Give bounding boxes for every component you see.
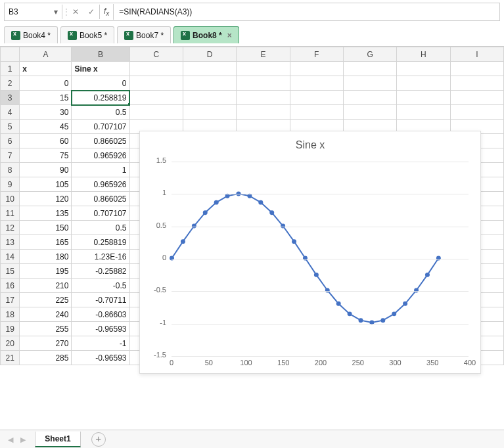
cell[interactable]: 0.965926 bbox=[72, 148, 129, 163]
cell[interactable]: -0.86603 bbox=[72, 307, 129, 322]
cell[interactable]: 195 bbox=[20, 264, 72, 279]
cell[interactable] bbox=[183, 91, 236, 105]
cell[interactable]: 75 bbox=[20, 148, 72, 163]
cell[interactable]: 0 bbox=[72, 76, 129, 91]
cell[interactable] bbox=[343, 91, 396, 105]
row-header[interactable]: 13 bbox=[1, 235, 20, 250]
formula-input[interactable]: =SIN(RADIANS(A3)) bbox=[114, 5, 499, 19]
cell[interactable]: 0.258819 bbox=[72, 235, 129, 250]
column-header[interactable]: C bbox=[129, 47, 183, 62]
sheet-nav-next-icon[interactable]: ▶ bbox=[18, 436, 28, 443]
row-header[interactable]: 15 bbox=[1, 264, 20, 279]
cell[interactable]: x bbox=[20, 62, 72, 76]
name-box[interactable]: B3 ▾ bbox=[5, 5, 62, 19]
name-box-dropdown-icon[interactable]: ▾ bbox=[54, 7, 58, 16]
row-header[interactable]: 9 bbox=[1, 177, 20, 192]
cell[interactable]: 30 bbox=[20, 105, 72, 120]
cell[interactable]: 1 bbox=[72, 163, 129, 177]
cell[interactable] bbox=[129, 62, 183, 76]
cell[interactable]: 0.5 bbox=[72, 221, 129, 235]
cell[interactable] bbox=[450, 105, 503, 120]
cell[interactable]: 165 bbox=[20, 235, 72, 250]
cell[interactable]: 240 bbox=[20, 307, 72, 322]
cell[interactable]: 255 bbox=[20, 322, 72, 336]
row-header[interactable]: 16 bbox=[1, 279, 20, 293]
cell[interactable]: 105 bbox=[20, 177, 72, 192]
column-header[interactable]: D bbox=[183, 47, 236, 62]
column-header[interactable]: E bbox=[237, 47, 290, 62]
row-header[interactable]: 2 bbox=[1, 76, 20, 91]
row-header[interactable]: 19 bbox=[1, 322, 20, 336]
workbook-tab[interactable]: Book4 * bbox=[4, 26, 58, 43]
cell[interactable]: 225 bbox=[20, 293, 72, 307]
column-header[interactable]: H bbox=[397, 47, 450, 62]
cell[interactable] bbox=[450, 91, 503, 105]
cell[interactable]: -0.5 bbox=[72, 279, 129, 293]
fx-icon[interactable]: fx bbox=[100, 4, 114, 20]
cell[interactable]: 285 bbox=[20, 351, 72, 365]
cell[interactable] bbox=[237, 105, 290, 120]
add-sheet-button[interactable]: + bbox=[91, 432, 106, 447]
cell[interactable]: 0 bbox=[20, 76, 72, 91]
cell[interactable] bbox=[129, 76, 183, 91]
cell[interactable] bbox=[397, 91, 450, 105]
cell[interactable]: 1.23E-16 bbox=[72, 250, 129, 264]
workbook-tab[interactable]: Book7 * bbox=[117, 26, 171, 43]
cell[interactable] bbox=[129, 91, 183, 105]
sheet-tab[interactable]: Sheet1 bbox=[35, 432, 80, 447]
cell[interactable] bbox=[183, 105, 236, 120]
row-header[interactable]: 1 bbox=[1, 62, 20, 76]
cell[interactable] bbox=[450, 62, 503, 76]
row-header[interactable]: 3 bbox=[1, 91, 20, 105]
cell[interactable]: 90 bbox=[20, 163, 72, 177]
enter-icon[interactable]: ✓ bbox=[83, 5, 99, 19]
row-header[interactable]: 17 bbox=[1, 293, 20, 307]
cell[interactable] bbox=[290, 76, 343, 91]
workbook-tab[interactable]: Book5 * bbox=[60, 26, 114, 43]
close-icon[interactable]: × bbox=[227, 31, 232, 40]
cell[interactable]: 0.866025 bbox=[72, 192, 129, 206]
row-header[interactable]: 11 bbox=[1, 206, 20, 221]
cell[interactable] bbox=[237, 91, 290, 105]
column-header[interactable]: I bbox=[450, 47, 503, 62]
column-header[interactable]: B bbox=[72, 47, 129, 62]
cell[interactable]: 150 bbox=[20, 221, 72, 235]
cell[interactable] bbox=[290, 91, 343, 105]
row-header[interactable]: 5 bbox=[1, 120, 20, 134]
cell[interactable] bbox=[290, 105, 343, 120]
cell[interactable] bbox=[183, 76, 236, 91]
row-header[interactable]: 18 bbox=[1, 307, 20, 322]
cell[interactable] bbox=[237, 62, 290, 76]
cell[interactable] bbox=[343, 62, 396, 76]
row-header[interactable]: 10 bbox=[1, 192, 20, 206]
spreadsheet-grid[interactable]: ABCDEFGHI1xSine x2003150.2588194300.5545… bbox=[0, 46, 504, 365]
cell[interactable]: -0.70711 bbox=[72, 293, 129, 307]
sheet-nav-prev-icon[interactable]: ◀ bbox=[5, 436, 16, 443]
cell[interactable]: 15 bbox=[20, 91, 72, 105]
cell[interactable]: 0.707107 bbox=[72, 206, 129, 221]
row-header[interactable]: 6 bbox=[1, 134, 20, 148]
cell[interactable]: -1 bbox=[72, 336, 129, 351]
cell[interactable]: 0.258819 bbox=[72, 91, 129, 105]
cell[interactable] bbox=[397, 76, 450, 91]
cell[interactable]: 0.965926 bbox=[72, 177, 129, 192]
cell[interactable] bbox=[183, 62, 236, 76]
cell[interactable]: Sine x bbox=[72, 62, 129, 76]
cell[interactable] bbox=[450, 76, 503, 91]
column-header[interactable]: G bbox=[343, 47, 396, 62]
sheet-nav[interactable]: ◀ ▶ bbox=[5, 435, 28, 444]
cell[interactable] bbox=[397, 62, 450, 76]
cell[interactable]: -0.96593 bbox=[72, 322, 129, 336]
cell[interactable] bbox=[397, 105, 450, 120]
cell[interactable] bbox=[343, 105, 396, 120]
cell[interactable] bbox=[343, 76, 396, 91]
cell[interactable]: 135 bbox=[20, 206, 72, 221]
row-header[interactable]: 20 bbox=[1, 336, 20, 351]
row-header[interactable]: 8 bbox=[1, 163, 20, 177]
cell[interactable]: -0.96593 bbox=[72, 351, 129, 365]
select-all-corner[interactable] bbox=[1, 47, 20, 62]
cell[interactable]: 60 bbox=[20, 134, 72, 148]
cell[interactable]: -0.25882 bbox=[72, 264, 129, 279]
workbook-tab[interactable]: Book8 *× bbox=[173, 26, 239, 43]
chart-sine[interactable]: Sine x -1.5-1-0.500.511.5 05010015020025… bbox=[139, 131, 481, 374]
